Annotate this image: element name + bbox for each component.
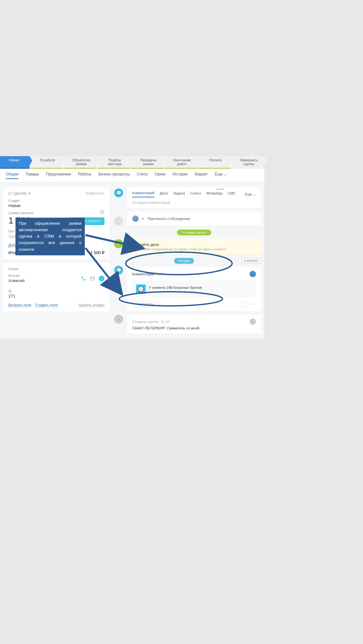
mini-tab-task[interactable]: Задача: [173, 191, 185, 197]
amount-label: Сумма и валюта: [8, 211, 104, 215]
contact-name[interactable]: Алексей: [8, 278, 25, 283]
comment-composer-panel: Комментарий Дело Задача Слоты WhatsAppНО…: [127, 187, 261, 208]
deal-event-title: Создана сделка: [132, 320, 159, 324]
stage-item[interactable]: Передача заявки: [131, 156, 164, 169]
delete-section-link[interactable]: Удалить раздел: [78, 303, 104, 307]
tab-history[interactable]: История: [172, 172, 188, 179]
comment-bubble: 💬 У клиента 148 бонусных баллов: [132, 280, 256, 298]
mini-tab-comment[interactable]: Комментарий: [132, 191, 154, 197]
stage-item[interactable]: Новая: [0, 156, 30, 169]
deal-created-panel: Создана сделка 11:10 САНКТ-ПЕТЕРБУРГ. Св…: [127, 315, 261, 334]
more-icon[interactable]: ⋯: [251, 301, 256, 307]
tab-market[interactable]: Маркет: [195, 172, 208, 179]
main-tabs: Общие Товары Предложения Роботы Бизнес-п…: [0, 169, 264, 183]
filter-row: Сегодня ▾ФИЛЬТР: [127, 258, 261, 264]
stage-item[interactable]: В работе: [30, 156, 63, 169]
tab-more[interactable]: Еще ⌄: [215, 172, 227, 179]
tab-offers[interactable]: Предложения: [46, 172, 71, 179]
info-icon: i: [114, 239, 123, 248]
comment-text: У клиента 148 бонусных баллов: [149, 284, 252, 291]
contact-label: Контакт: [8, 274, 25, 278]
stage-item[interactable]: Подбор мастера: [97, 156, 130, 169]
pin-button[interactable]: ЗАКРЕПИТЬ: [132, 301, 159, 308]
mini-tab-more[interactable]: Еще ⌄: [245, 192, 256, 196]
annotation-callout: При оформлении заявки автоматически созд…: [15, 218, 85, 255]
svg-rect-0: [91, 277, 94, 280]
mini-tab-slots[interactable]: Слоты: [190, 191, 201, 197]
edit-link[interactable]: ИЗМЕНИТЬ: [86, 192, 104, 195]
stage-complete[interactable]: Завершить сделку: [231, 156, 264, 169]
invite-text: Пригласить к обсуждению: [147, 217, 191, 221]
event-time: 11:10: [155, 272, 164, 276]
comment-event-panel: Комментарий 11:10 💬 У клиента 148 бонусн…: [127, 267, 261, 311]
client-section-title: Клиент: [8, 267, 104, 271]
deal-event-time: 11:10: [161, 320, 170, 324]
tab-products[interactable]: Товары: [25, 172, 39, 179]
todo-panel[interactable]: Создайте дело Запланируйте следующий шаг…: [127, 239, 261, 255]
invite-panel[interactable]: + Пригласить к обсуждению: [127, 212, 261, 226]
tab-general[interactable]: Общие: [6, 172, 18, 179]
author-avatar[interactable]: [250, 271, 256, 277]
total-value: 1 500 ₽: [90, 250, 104, 255]
todo-pill-row: Что нужно сделать: [127, 229, 261, 235]
stage-item[interactable]: Оплата: [198, 156, 231, 169]
phone-icon[interactable]: [81, 276, 86, 281]
create-field-link[interactable]: Создать поле: [35, 303, 58, 307]
user-avatar-icon: [132, 215, 139, 222]
mini-tab-activity[interactable]: Дело: [160, 191, 168, 197]
stage-value: Новая: [8, 203, 104, 208]
clear-icon[interactable]: ×: [100, 210, 104, 214]
client-card: Клиент Контакт Алексей ⋯ ID 271: [3, 263, 110, 312]
tab-links[interactable]: Связи: [155, 172, 166, 179]
stage-item[interactable]: Обработка заявки: [64, 156, 97, 169]
select-field-link[interactable]: Выбрать поле: [8, 303, 32, 307]
tab-bizproc[interactable]: Бизнес-процессы: [98, 172, 130, 179]
action-icon[interactable]: [242, 301, 248, 307]
author-avatar[interactable]: [250, 318, 256, 325]
filter-button[interactable]: ▾ФИЛЬТР: [241, 258, 261, 264]
mini-tab-sms[interactable]: СМС: [228, 191, 236, 197]
todo-title: Создайте дело: [132, 242, 256, 247]
im-icon[interactable]: ⋯: [99, 276, 104, 281]
tab-invoices[interactable]: Счета: [137, 172, 148, 179]
tab-robots[interactable]: Роботы: [78, 172, 92, 179]
today-pill: Сегодня: [174, 258, 194, 264]
funnel-icon: ▾: [244, 259, 246, 262]
deal-event-text: САНКТ-ПЕТЕРБУРГ. Свяжитесь со мной.: [132, 326, 256, 330]
chat-icon: 💬: [136, 284, 146, 294]
event-title: Комментарий: [132, 272, 154, 276]
plus-icon[interactable]: +: [142, 216, 144, 221]
mail-icon[interactable]: [90, 276, 95, 281]
comment-icon[interactable]: 💬: [114, 188, 123, 197]
comment-input[interactable]: Оставьте комментарий: [132, 201, 256, 204]
stage-pipeline: Новая В работе Обработка заявки Подбор м…: [0, 156, 264, 169]
todo-subtitle: Запланируйте следующий шаг по сделке, чт…: [132, 248, 256, 251]
timeline-comment-icon: 💬: [114, 266, 123, 275]
deal-section-title: О СДЕЛКЕ ✎: [8, 192, 31, 196]
stage-label: Стадия: [8, 199, 104, 203]
id-label: ID: [8, 289, 104, 293]
timeline-info-icon: i: [114, 315, 123, 324]
pencil-icon[interactable]: ✎: [28, 192, 31, 195]
mini-tab-whatsapp[interactable]: WhatsAppНОВОЕ: [206, 191, 222, 197]
total-label: Ито: [8, 250, 15, 255]
id-value: 271: [8, 294, 104, 298]
todo-pill: Что нужно сделать: [177, 230, 211, 235]
stage-item[interactable]: Окончание работ: [164, 156, 197, 169]
avatar-icon[interactable]: [114, 217, 123, 226]
